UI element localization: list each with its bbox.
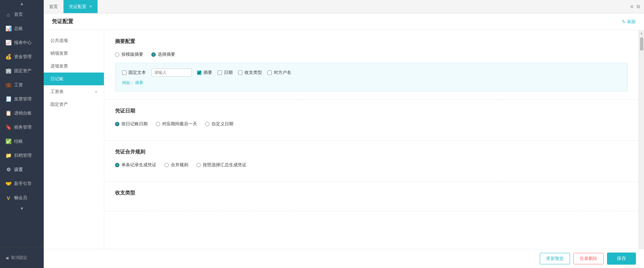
nav-item-public[interactable]: 公共选项 <box>44 34 104 47</box>
sidebar-item-archive[interactable]: 📁 归档管理 <box>0 148 44 163</box>
sidebar-item-sales-purchase[interactable]: 📋 进销台账 <box>0 106 44 120</box>
radio-select-summary-input[interactable] <box>151 52 156 57</box>
sidebar-item-report[interactable]: 📈 报表中心 <box>0 36 44 50</box>
sales-purchase-icon: 📋 <box>5 110 11 116</box>
section-merge-rules: 凭证合并规则 单条记录生成凭证 合并规则 <box>104 141 639 182</box>
guide-icon: 🤝 <box>5 181 11 187</box>
content-area: 凭证配置 ↻ 刷新 公共选项 销项发票 进项发票 日记账 <box>44 13 644 268</box>
radio-by-selection-input[interactable] <box>196 163 201 167</box>
batch-delete-button[interactable]: 批量删除 <box>573 253 604 264</box>
section-title-voucher-date: 凭证日期 <box>115 108 628 114</box>
radio-by-selection[interactable]: 按照选择汇总生成凭证 <box>196 162 247 168</box>
checkbox-summary[interactable]: 摘要 <box>197 70 212 76</box>
nav-item-journal[interactable]: 日记账 <box>44 73 104 85</box>
radio-select-summary[interactable]: 选择摘要 <box>151 51 175 57</box>
sidebar-item-fixed-assets[interactable]: 🏢 固定资产 <box>0 64 44 78</box>
member-icon: V <box>5 195 11 201</box>
archive-icon: 📁 <box>5 152 11 159</box>
radio-by-template[interactable]: 按模版摘要 <box>115 51 143 57</box>
radio-single-record-input[interactable] <box>115 163 119 167</box>
radio-custom-date-input[interactable] <box>205 122 210 126</box>
radio-merge-rules-label: 合并规则 <box>171 162 188 168</box>
sidebar-item-member[interactable]: V 畅会员 <box>0 191 44 205</box>
sidebar-item-label: 设置 <box>14 167 23 173</box>
radio-by-template-input[interactable] <box>115 52 119 57</box>
radio-merge-rules-input[interactable] <box>164 163 169 167</box>
sidebar-item-home[interactable]: ⌂ 首页 <box>0 7 44 21</box>
sidebar-item-salary[interactable]: 💼 工资 <box>0 78 44 92</box>
radio-last-day[interactable]: 对应期间最后一天 <box>156 121 197 127</box>
sidebar-unpin-button[interactable]: ◀ 取消固定 <box>0 251 44 265</box>
sidebar-item-invoice[interactable]: 🧾 发票管理 <box>0 92 44 106</box>
sidebar-item-fund[interactable]: 💰 资金管理 <box>0 50 44 64</box>
radio-custom-date[interactable]: 自定义日期 <box>205 121 233 127</box>
page-title: 凭证配置 <box>52 18 73 25</box>
update-preview-button[interactable]: 更新预览 <box>540 253 570 264</box>
example-prefix: 例如： <box>122 80 134 85</box>
summary-example: 例如： 摘要 <box>122 80 621 86</box>
checkbox-income-type[interactable]: 收支类型 <box>238 70 262 76</box>
section-title-merge-rules: 凭证合并规则 <box>115 149 628 155</box>
refresh-icon: ↻ <box>622 19 626 24</box>
checkbox-summary-label: 摘要 <box>203 70 212 76</box>
checkbox-counterpart[interactable]: 对方户名 <box>267 70 291 76</box>
sidebar-item-label: 新手引导 <box>14 181 32 187</box>
sidebar-item-label: 结账 <box>14 138 23 144</box>
sidebar-scroll-up[interactable]: ▲ <box>0 0 44 7</box>
sidebar-item-label: 资金管理 <box>14 54 32 60</box>
sidebar-item-settlement[interactable]: ✅ 结账 <box>0 134 44 148</box>
sidebar-item-label: 报表中心 <box>14 40 32 46</box>
window-restore-icon[interactable]: ⧉ <box>637 4 640 9</box>
right-scrollbar[interactable]: ▲ <box>639 30 644 249</box>
checkbox-counterpart-label: 对方户名 <box>274 70 291 76</box>
nav-item-fixed-assets[interactable]: 固定资产 <box>44 98 104 111</box>
radio-single-record[interactable]: 单条记录生成凭证 <box>115 162 156 168</box>
chevron-down-icon: ▾ <box>95 90 97 94</box>
bottom-bar: 更新预览 批量删除 保存 <box>44 249 644 268</box>
sidebar-item-guide[interactable]: 🤝 新手引导 <box>0 177 44 191</box>
settlement-icon: ✅ <box>5 138 11 144</box>
radio-custom-date-label: 自定义日期 <box>212 121 233 127</box>
radio-by-journal-date-input[interactable] <box>115 122 119 126</box>
nav-label-purchase-invoice: 进项发票 <box>50 63 68 69</box>
nav-item-salary-table[interactable]: 工资表 ▾ <box>44 85 104 98</box>
checkbox-summary-input[interactable] <box>197 71 201 75</box>
sidebar-item-settings[interactable]: ⚙ 设置 <box>0 163 44 177</box>
main-area: 首页 凭证配置 ✕ ✕ ⧉ 凭证配置 ↻ 刷新 公共选项 <box>44 0 644 268</box>
radio-by-journal-date-label: 按日记账日期 <box>121 121 148 127</box>
tab-home[interactable]: 首页 <box>44 0 64 13</box>
nav-label-journal: 日记账 <box>50 76 64 82</box>
sidebar-item-label: 固定资产 <box>14 68 32 74</box>
checkbox-fixed-text-input[interactable] <box>122 71 126 75</box>
checkbox-date[interactable]: 日期 <box>218 70 233 76</box>
fixed-text-input[interactable] <box>151 69 192 77</box>
checkbox-date-input[interactable] <box>218 71 222 75</box>
radio-by-journal-date[interactable]: 按日记账日期 <box>115 121 148 127</box>
sidebar-item-tax[interactable]: 🔖 税务管理 <box>0 120 44 134</box>
scroll-thumb[interactable] <box>640 37 643 51</box>
section-summary: 摘要配置 按模版摘要 选择摘要 <box>104 30 639 100</box>
save-button[interactable]: 保存 <box>607 253 636 265</box>
radio-by-selection-label: 按照选择汇总生成凭证 <box>203 162 247 168</box>
radio-last-day-input[interactable] <box>156 122 160 126</box>
nav-item-sales-invoice[interactable]: 销项发票 <box>44 47 104 60</box>
checkbox-counterpart-input[interactable] <box>267 71 272 75</box>
tab-close-icon[interactable]: ✕ <box>89 4 92 9</box>
radio-last-day-label: 对应期间最后一天 <box>162 121 197 127</box>
radio-by-template-label: 按模版摘要 <box>121 51 143 57</box>
left-nav: 公共选项 销项发票 进项发票 日记账 工资表 ▾ 固定资产 <box>44 30 104 249</box>
sidebar-scroll-down[interactable]: ▼ <box>0 205 44 212</box>
tab-voucher-config[interactable]: 凭证配置 ✕ <box>64 0 98 13</box>
voucher-date-option-row: 按日记账日期 对应期间最后一天 自定义日期 <box>115 121 628 127</box>
radio-merge-rules[interactable]: 合并规则 <box>164 162 188 168</box>
refresh-label: 刷新 <box>627 19 636 25</box>
checkbox-income-type-input[interactable] <box>238 71 242 75</box>
refresh-button[interactable]: ↻ 刷新 <box>622 19 636 25</box>
scroll-up-arrow[interactable]: ▲ <box>639 30 644 36</box>
sidebar-item-ledger[interactable]: 📊 总账 <box>0 21 44 36</box>
salary-icon: 💼 <box>5 82 11 88</box>
checkbox-fixed-text[interactable]: 固定文本 <box>122 70 146 76</box>
window-close-icon[interactable]: ✕ <box>630 4 634 9</box>
sidebar-item-label: 发票管理 <box>14 96 32 102</box>
nav-item-purchase-invoice[interactable]: 进项发票 <box>44 60 104 73</box>
